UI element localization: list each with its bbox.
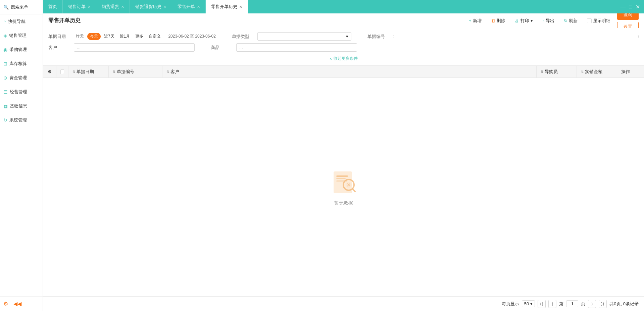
sidebar-item-sales-mgmt[interactable]: ◈ 销售管理 bbox=[0, 29, 43, 43]
delete-button[interactable]: 🗑 删除 bbox=[488, 16, 508, 25]
delete-label: 删除 bbox=[497, 18, 505, 24]
customer-input[interactable]: ... bbox=[74, 43, 195, 52]
collapse-icon: ∧ bbox=[329, 56, 332, 61]
page-label-suffix: 页 bbox=[581, 301, 585, 307]
query-button[interactable]: 查询 bbox=[617, 13, 639, 20]
export-button[interactable]: ↑ 导出 bbox=[540, 16, 557, 25]
settings-bottom-icon[interactable]: ⚙ bbox=[3, 301, 8, 307]
date-btn-7days[interactable]: 近7天 bbox=[102, 33, 116, 40]
tab-sales-return-close[interactable]: ✕ bbox=[121, 5, 124, 9]
tab-home-label: 首页 bbox=[48, 4, 57, 10]
per-page-select[interactable]: 50 ▾ bbox=[522, 300, 535, 307]
settings-icon: ⚙ bbox=[48, 69, 52, 74]
collapse-filter-button[interactable]: ∧ 收起更多条件 bbox=[329, 54, 358, 63]
tab-retail-open-label: 零售开单 bbox=[178, 4, 195, 10]
order-type-label: 单据类型 bbox=[232, 34, 252, 40]
date-btn-yesterday[interactable]: 昨天 bbox=[74, 33, 86, 40]
th-date[interactable]: ⇅ 单据日期 bbox=[68, 66, 109, 78]
svg-line-6 bbox=[352, 189, 355, 192]
sidebar-item-purchase-mgmt[interactable]: ◉ 采购管理 bbox=[0, 43, 43, 57]
print-button[interactable]: 🖨 打印 ▾ bbox=[512, 16, 536, 25]
th-guide[interactable]: ⇅ 导购员 bbox=[537, 66, 577, 78]
sidebar-item-operations[interactable]: ☰ 经营管理 bbox=[0, 85, 43, 99]
main-content: 首页 销售订单 ✕ 销货退货 ✕ 销货退货历史 ✕ 零售开单 ✕ 零售开单历史 … bbox=[43, 0, 644, 311]
th-order-no-label: 单据编号 bbox=[117, 69, 134, 75]
tab-retail-open-history-close[interactable]: ✕ bbox=[239, 5, 242, 9]
window-controls: — □ ✕ bbox=[620, 4, 644, 10]
tab-retail-open[interactable]: 零售开单 ✕ bbox=[172, 0, 206, 13]
sidebar-item-system[interactable]: ↻ 系统管理 bbox=[0, 113, 43, 127]
tab-sales-return[interactable]: 销货退货 ✕ bbox=[96, 0, 130, 13]
page-label-prefix: 第 bbox=[559, 301, 563, 307]
current-page-input[interactable] bbox=[566, 300, 578, 307]
sidebar-item-label-finance: 资金管理 bbox=[9, 75, 27, 81]
date-filter-label: 单据日期 bbox=[48, 34, 68, 40]
date-btn-1month[interactable]: 近1月 bbox=[118, 33, 132, 40]
th-customer[interactable]: ⇅ 客户 bbox=[162, 66, 537, 78]
collapse-row: ∧ 收起更多条件 bbox=[48, 54, 639, 63]
sidebar-search[interactable]: 🔍 搜索采单 bbox=[0, 0, 43, 14]
date-btn-today[interactable]: 今天 bbox=[87, 33, 101, 40]
customer-label: 客户 bbox=[48, 45, 68, 51]
maximize-icon[interactable]: □ bbox=[629, 4, 632, 10]
sort-icon-date: ⇅ bbox=[72, 70, 75, 73]
date-btn-more[interactable]: 更多 bbox=[133, 33, 145, 40]
sidebar-item-basic-info[interactable]: ▦ 基础信息 bbox=[0, 99, 43, 113]
tab-sales-return-history-close[interactable]: ✕ bbox=[163, 5, 166, 9]
sidebar-item-quick-nav[interactable]: ⌂ 快捷导航 bbox=[0, 14, 43, 29]
sidebar: 🔍 搜索采单 ⌂ 快捷导航 ◈ 销售管理 ◉ 采购管理 ⊡ 库存核算 ⊙ 资金管… bbox=[0, 0, 43, 311]
sidebar-item-inventory[interactable]: ⊡ 库存核算 bbox=[0, 57, 43, 71]
refresh-icon: ↻ bbox=[564, 18, 567, 23]
print-icon: 🖨 bbox=[515, 18, 519, 23]
operations-icon: ☰ bbox=[3, 89, 8, 95]
tab-retail-open-close[interactable]: ✕ bbox=[197, 5, 200, 9]
tab-sales-order-close[interactable]: ✕ bbox=[88, 5, 91, 9]
collapse-sidebar-icon[interactable]: ◀◀ bbox=[13, 301, 21, 307]
first-page-button[interactable]: ⟨⟨ bbox=[538, 300, 546, 308]
tab-retail-open-history[interactable]: 零售开单历史 ✕ bbox=[206, 0, 248, 13]
sidebar-item-label-purchase-mgmt: 采购管理 bbox=[9, 47, 27, 53]
finance-icon: ⊙ bbox=[3, 75, 7, 81]
sort-icon-amount: ⇅ bbox=[581, 70, 584, 73]
date-filter-buttons: 昨天 今天 近7天 近1月 更多 自定义 bbox=[74, 33, 163, 40]
date-range-display: 2023-06-02 至 2023-06-02 bbox=[168, 34, 215, 39]
sort-icon-customer: ⇅ bbox=[166, 70, 169, 73]
tab-sales-order[interactable]: 销售订单 ✕ bbox=[63, 0, 96, 13]
svg-rect-2 bbox=[336, 178, 346, 179]
order-no-input[interactable] bbox=[393, 35, 639, 38]
prev-page-button[interactable]: ⟨ bbox=[548, 300, 556, 308]
sales-icon: ◈ bbox=[3, 33, 7, 38]
delete-icon: 🗑 bbox=[491, 18, 495, 23]
minimize-icon[interactable]: — bbox=[620, 4, 626, 10]
tab-home[interactable]: 首页 bbox=[43, 0, 63, 13]
collapse-label: 收起更多条件 bbox=[334, 56, 358, 61]
tab-bar: 首页 销售订单 ✕ 销货退货 ✕ 销货退货历史 ✕ 零售开单 ✕ 零售开单历史 … bbox=[43, 0, 644, 13]
export-label: 导出 bbox=[546, 18, 554, 24]
sidebar-item-finance[interactable]: ⊙ 资金管理 bbox=[0, 71, 43, 85]
th-amount-label: 实销金额 bbox=[585, 69, 602, 75]
order-type-select[interactable]: ▾ bbox=[257, 32, 351, 41]
per-page-label: 每页显示 bbox=[502, 301, 519, 307]
add-button[interactable]: + 新增 bbox=[466, 16, 484, 25]
add-label: 新增 bbox=[473, 18, 482, 24]
add-icon: + bbox=[469, 18, 472, 23]
th-checkbox[interactable] bbox=[56, 66, 68, 78]
th-amount[interactable]: ⇅ 实销金额 bbox=[577, 66, 617, 78]
sort-icon-order-no: ⇅ bbox=[113, 70, 115, 73]
date-btn-custom[interactable]: 自定义 bbox=[147, 33, 163, 40]
next-page-button[interactable]: ⟩ bbox=[588, 300, 596, 308]
refresh-button[interactable]: ↻ 刷新 bbox=[561, 16, 580, 25]
basic-info-icon: ▦ bbox=[3, 103, 8, 109]
sidebar-item-label-sales-mgmt: 销售管理 bbox=[9, 33, 27, 39]
tab-sales-return-history[interactable]: 销货退货历史 ✕ bbox=[130, 0, 172, 13]
table-header: ⚙ ⇅ 单据日期 ⇅ 单据编号 ⇅ 客户 ⇅ bbox=[43, 66, 644, 78]
last-page-button[interactable]: ⟩⟩ bbox=[599, 300, 607, 308]
th-date-label: 单据日期 bbox=[77, 69, 94, 75]
header-checkbox[interactable] bbox=[60, 69, 64, 74]
product-input[interactable]: ... bbox=[236, 43, 357, 52]
th-settings[interactable]: ⚙ bbox=[43, 66, 56, 78]
th-order-no[interactable]: ⇅ 单据编号 bbox=[109, 66, 162, 78]
display-detail-toggle[interactable]: 显示明细 bbox=[584, 16, 613, 25]
product-label: 商品 bbox=[211, 45, 231, 51]
close-icon[interactable]: ✕ bbox=[636, 4, 640, 10]
